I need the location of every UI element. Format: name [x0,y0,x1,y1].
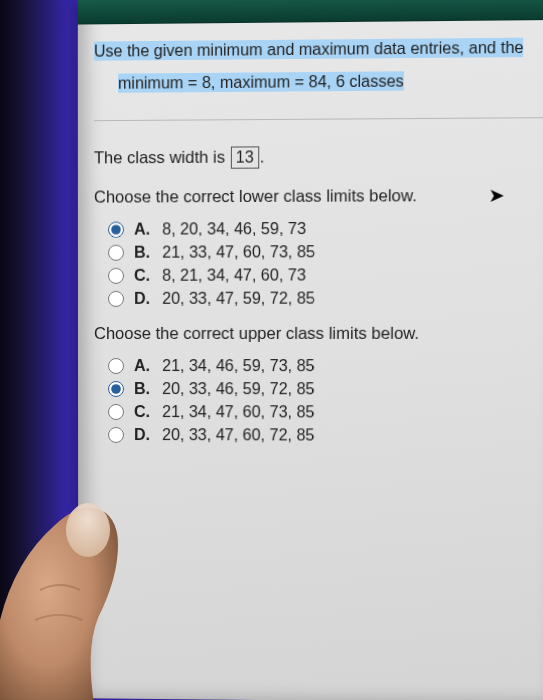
class-width-value-box[interactable]: 13 [231,147,259,169]
class-width-suffix: . [260,148,265,166]
q2-radio-d[interactable] [108,427,124,443]
q2-text-a: 21, 34, 46, 59, 73, 85 [162,357,315,375]
q1-text-b: 21, 33, 47, 60, 73, 85 [162,243,315,262]
mouse-cursor-icon: ➤ [488,184,505,207]
q2-text-b: 20, 33, 46, 59, 72, 85 [162,380,314,398]
q1-letter-a: A. [134,221,152,239]
q1-text-c: 8, 21, 34, 47, 60, 73 [162,267,306,285]
q1-radio-d[interactable] [108,291,124,307]
content-area: Use the given minimum and maximum data e… [78,20,543,472]
q2-prompt: Choose the correct upper class limits be… [94,324,543,343]
q2-letter-c: C. [134,403,152,421]
problem-statement: Use the given minimum and maximum data e… [94,34,543,102]
instruction-line-2: minimum = 8, maximum = 84, 6 classes [118,71,404,92]
class-width-prefix: The class width is [94,148,230,167]
q2-options: A. 21, 34, 46, 59, 73, 85 B. 20, 33, 46,… [94,357,543,445]
q2-option-c[interactable]: C. 21, 34, 47, 60, 73, 85 [108,403,543,422]
q2-radio-b[interactable] [108,381,124,397]
q2-option-a[interactable]: A. 21, 34, 46, 59, 73, 85 [108,357,543,375]
q1-radio-a[interactable] [108,222,124,238]
q2-letter-b: B. [134,380,152,398]
q2-text-d: 20, 33, 47, 60, 72, 85 [162,426,314,444]
q2-option-b[interactable]: B. 20, 33, 46, 59, 72, 85 [108,380,543,399]
instruction-line-1: Use the given minimum and maximum data e… [94,38,524,61]
q1-prompt: Choose the correct lower class limits be… [94,186,417,206]
section-divider [94,117,543,121]
q1-letter-c: C. [134,267,152,285]
q1-letter-b: B. [134,244,152,262]
q1-option-b[interactable]: B. 21, 33, 47, 60, 73, 85 [108,243,543,262]
q2-letter-a: A. [134,357,152,375]
q1-option-d[interactable]: D. 20, 33, 47, 59, 72, 85 [108,289,543,308]
q2-radio-a[interactable] [108,358,124,374]
q2-letter-d: D. [134,426,152,444]
q1-letter-d: D. [134,290,152,308]
q2-text-c: 21, 34, 47, 60, 73, 85 [162,403,314,421]
screen-left-edge [0,0,74,700]
q1-options: A. 8, 20, 34, 46, 59, 73 B. 21, 33, 47, … [94,219,543,308]
q1-text-d: 20, 33, 47, 59, 72, 85 [162,290,315,308]
q1-radio-b[interactable] [108,245,124,261]
q1-option-c[interactable]: C. 8, 21, 34, 47, 60, 73 [108,266,543,285]
q2-option-d[interactable]: D. 20, 33, 47, 60, 72, 85 [108,426,543,445]
q1-text-a: 8, 20, 34, 46, 59, 73 [162,220,306,239]
q1-radio-c[interactable] [108,268,124,284]
worksheet-page: Use the given minimum and maximum data e… [78,0,543,700]
class-width-statement: The class width is 13. [94,145,543,170]
q2-radio-c[interactable] [108,404,124,420]
q1-option-a[interactable]: A. 8, 20, 34, 46, 59, 73 [108,219,543,239]
